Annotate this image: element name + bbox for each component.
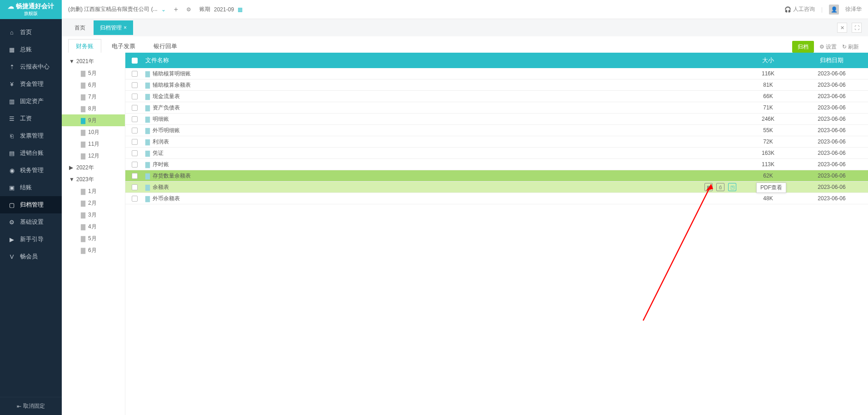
table-row[interactable]: ▇序时账113K2023-06-06 — [125, 159, 868, 170]
row-checkbox[interactable] — [132, 196, 138, 202]
folder-icon: ▇ — [81, 200, 85, 207]
table-row[interactable]: ▇辅助核算余额表81K2023-06-06 — [125, 79, 868, 91]
table-row[interactable]: ▇利润表72K2023-06-06 — [125, 136, 868, 148]
username[interactable]: 徐泽华 — [845, 5, 862, 13]
inner-tab-einvoice[interactable]: 电子发票 — [104, 39, 143, 53]
table-row[interactable]: ▇外币明细账55K2023-06-06 — [125, 125, 868, 136]
table-row[interactable]: ▇存货数量余额表62K2023-06-06 — [125, 170, 868, 182]
nav-reports[interactable]: ⇡云报表中心 — [0, 58, 62, 75]
tree-month[interactable]: ▇1月 — [62, 185, 125, 197]
company-settings-icon[interactable]: ⚙ — [186, 6, 191, 13]
folder-icon: ▇ — [81, 105, 85, 112]
tree-month[interactable]: ▇6月 — [62, 244, 125, 256]
tree-label: 5月 — [88, 69, 97, 77]
row-checkbox[interactable] — [132, 71, 138, 77]
tree-month-selected[interactable]: ▇9月 — [62, 114, 125, 126]
nav-asset[interactable]: ▥固定资产 — [0, 93, 62, 110]
nav-ledger[interactable]: ▦总账 — [0, 41, 62, 58]
tree-label: 7月 — [88, 93, 97, 101]
table-row[interactable]: ▇资产负债表71K2023-06-06 — [125, 102, 868, 114]
caret-right-icon: ▶ — [69, 164, 74, 171]
tree-month[interactable]: ▇8月 — [62, 103, 125, 114]
refresh-link[interactable]: ↻刷新 — [842, 43, 859, 51]
chevron-down-icon[interactable]: ⌄ — [161, 6, 166, 13]
tree-label: 2021年 — [76, 58, 94, 65]
tree-month[interactable]: ▇11月 — [62, 138, 125, 150]
nav-money[interactable]: ¥资金管理 — [0, 75, 62, 93]
archive-button[interactable]: 归档 — [792, 41, 814, 53]
table-row[interactable]: ▇凭证163K2023-06-06 — [125, 148, 868, 159]
tree-month[interactable]: ▇5月 — [62, 67, 125, 79]
nav-invoice[interactable]: ⎗发票管理 — [0, 127, 62, 144]
inner-tabs: 财务账 电子发票 银行回单 归档 ⚙设置 ↻刷新 — [62, 36, 868, 53]
archive-icon: ▢ — [8, 201, 15, 208]
table-row[interactable]: ▇外币余额表48K2023-06-06 — [125, 193, 868, 204]
excel-export-icon[interactable]: ▦ — [704, 183, 713, 191]
row-checkbox[interactable] — [132, 94, 138, 99]
tree-month[interactable]: ▇4月 — [62, 221, 125, 232]
row-checkbox[interactable] — [132, 128, 138, 133]
tree-year-2021[interactable]: ▼2021年 — [62, 55, 125, 67]
nav-close[interactable]: ▣结账 — [0, 179, 62, 196]
period-value[interactable]: 2021-09 — [214, 6, 234, 13]
row-checkbox[interactable] — [132, 173, 138, 179]
tree-month[interactable]: ▇5月 — [62, 232, 125, 244]
avatar-icon[interactable]: 👤 — [829, 5, 839, 15]
inner-tab-finance[interactable]: 财务账 — [68, 39, 101, 53]
close-all-tabs-button[interactable]: ✕ — [837, 23, 847, 33]
table-row[interactable]: ▇明细账246K2023-06-06 — [125, 114, 868, 125]
tree-month[interactable]: ▇3月 — [62, 209, 125, 221]
tree-month[interactable]: ▇12月 — [62, 150, 125, 162]
row-checkbox[interactable] — [132, 105, 138, 111]
nav-tax[interactable]: ◉税务管理 — [0, 162, 62, 179]
pdf-view-icon[interactable]: ◳ — [728, 183, 736, 191]
support-link[interactable]: 🎧人工咨询 — [784, 5, 815, 13]
gear-icon: ⚙ — [8, 218, 15, 226]
file-size: 116K — [741, 70, 795, 77]
invoice-icon: ⎗ — [8, 132, 15, 139]
close-icon[interactable]: × — [124, 25, 127, 31]
row-checkbox[interactable] — [132, 150, 138, 156]
tree-year-2022[interactable]: ▶2022年 — [62, 162, 125, 173]
folder-icon: ▇ — [81, 188, 85, 195]
nav-guide[interactable]: ▶新手引导 — [0, 231, 62, 248]
row-checkbox[interactable] — [132, 162, 138, 168]
tab-home[interactable]: 首页 — [68, 20, 92, 35]
tree-month[interactable]: ▇2月 — [62, 197, 125, 209]
nav-stock[interactable]: ▤进销台账 — [0, 144, 62, 162]
folder-icon: ▇ — [81, 247, 85, 254]
fullscreen-button[interactable]: ⛶ — [852, 23, 862, 33]
unpin-button[interactable]: ⇤取消固定 — [0, 397, 62, 415]
nav-vip[interactable]: V畅会员 — [0, 248, 62, 265]
table-row[interactable]: ▇余额表3K2023-06-06▦⎙◳PDF查看 — [125, 182, 868, 193]
nav-home[interactable]: ⌂首页 — [0, 24, 62, 41]
table-header: 文件名称 大小 归档日期 — [125, 53, 868, 68]
row-checkbox[interactable] — [132, 184, 138, 190]
archive-date: 2023-06-06 — [795, 150, 868, 156]
tree-panel: ▼2021年 ▇5月 ▇6月 ▇7月 ▇8月 ▇9月 ▇10月 ▇11月 ▇12… — [62, 53, 125, 415]
close-month-icon: ▣ — [8, 184, 15, 191]
inner-tab-bank[interactable]: 银行回单 — [146, 39, 185, 53]
calendar-icon[interactable]: ▦ — [238, 6, 243, 13]
row-checkbox[interactable] — [132, 82, 138, 88]
tree-month[interactable]: ▇10月 — [62, 126, 125, 138]
table-row[interactable]: ▇辅助核算明细账116K2023-06-06 — [125, 68, 868, 79]
tree-month[interactable]: ▇7月 — [62, 91, 125, 103]
tree-year-2023[interactable]: ▼2023年 — [62, 173, 125, 185]
row-checkbox[interactable] — [132, 139, 138, 145]
company-selector[interactable]: (勿删) 江西服宝精品有限责任公司 (... — [68, 5, 158, 13]
row-checkbox[interactable] — [132, 116, 138, 122]
nav-archive[interactable]: ▢归档管理 — [0, 196, 62, 213]
nav-label: 发票管理 — [20, 132, 44, 140]
tree-month[interactable]: ▇6月 — [62, 79, 125, 91]
nav-salary[interactable]: ☰工资 — [0, 110, 62, 127]
add-company-icon[interactable]: + — [174, 5, 178, 14]
pdf-export-icon[interactable]: ⎙ — [716, 183, 724, 191]
folder-icon: ▇ — [145, 184, 150, 191]
nav-settings[interactable]: ⚙基础设置 — [0, 213, 62, 231]
table-row[interactable]: ▇现金流量表66K2023-06-06 — [125, 91, 868, 102]
tab-archive[interactable]: 归档管理× — [94, 20, 133, 35]
select-all-checkbox[interactable] — [132, 58, 138, 64]
file-size: 66K — [741, 93, 795, 99]
settings-link[interactable]: ⚙设置 — [819, 43, 837, 51]
